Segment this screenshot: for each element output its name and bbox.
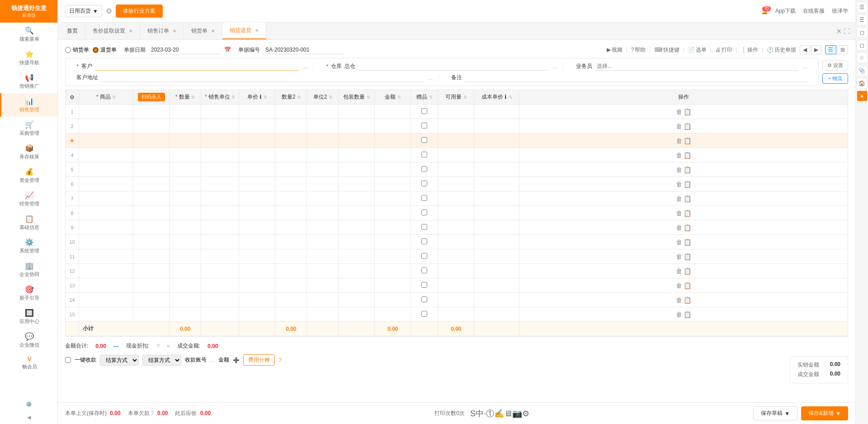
rs-btn-4[interactable]: ◻ <box>857 40 868 51</box>
unit-price-cell-4[interactable] <box>239 148 275 162</box>
pkg-qty-cell-5[interactable] <box>339 162 375 177</box>
copy-row-btn-9[interactable]: 📋 <box>684 224 691 231</box>
online-service-link[interactable]: 在线客服 <box>803 7 825 15</box>
delete-row-btn-7[interactable]: 🗑 <box>676 195 682 202</box>
unit-price-cell-15[interactable] <box>239 307 275 322</box>
qty2-cell-4[interactable] <box>275 148 307 162</box>
copy-row-btn-3[interactable]: 📋 <box>684 137 691 144</box>
sales-unit-cell-14[interactable] <box>201 293 239 307</box>
rs-btn-3[interactable]: ◻ <box>857 27 868 38</box>
delete-row-btn-9[interactable]: 🗑 <box>676 224 682 231</box>
qty2-cell-5[interactable] <box>275 162 307 177</box>
gift-checkbox-5[interactable] <box>421 166 427 172</box>
amount-cell-6[interactable] <box>375 177 411 191</box>
history-link[interactable]: 🕐 历史单据 <box>767 46 796 54</box>
unit2-cell-8[interactable] <box>307 206 339 220</box>
sidebar-item-operation[interactable]: 📈 经营管理 <box>0 187 57 211</box>
product-cell-6[interactable] <box>79 177 133 191</box>
delete-row-btn-10[interactable]: 🗑 <box>676 238 682 246</box>
save-draft-btn[interactable]: 保存草稿 ▼ <box>753 406 797 420</box>
product-cell-4[interactable] <box>79 148 133 162</box>
delete-row-btn-12[interactable]: 🗑 <box>676 267 682 275</box>
account-dots[interactable]: ... <box>210 357 215 363</box>
gift-cell-15[interactable] <box>411 307 438 322</box>
qty-cell-11[interactable] <box>170 249 201 264</box>
help-link[interactable]: ? 帮助 <box>631 46 646 54</box>
unit-price-cell-6[interactable] <box>239 177 275 191</box>
unit2-cell-1[interactable] <box>307 105 339 119</box>
sales-unit-cell-1[interactable] <box>201 105 239 119</box>
available-cell-9[interactable] <box>438 220 474 235</box>
save-new-btn[interactable]: 保存&新增 ▼ <box>801 406 848 420</box>
product-cell-2[interactable] <box>79 119 133 133</box>
tab-sales-return[interactable]: 销货退货 ✕ <box>222 23 266 39</box>
cost-price-cell-14[interactable] <box>474 293 519 307</box>
unit-price-cell-13[interactable] <box>239 278 275 293</box>
sales-unit-cell-12[interactable] <box>201 264 239 278</box>
gift-cell-2[interactable] <box>411 119 438 133</box>
cost-price-cell-6[interactable] <box>474 177 519 191</box>
cost-price-cell-3[interactable] <box>474 133 519 148</box>
product-cell-5[interactable] <box>79 162 133 177</box>
gift-checkbox-13[interactable] <box>421 282 427 288</box>
unit2-cell-10[interactable] <box>307 235 339 249</box>
available-cell-2[interactable] <box>438 119 474 133</box>
cost-price-cell-13[interactable] <box>474 278 519 293</box>
sidebar-item-finance[interactable]: 💰 资金管理 <box>0 164 57 187</box>
warehouse-input[interactable] <box>358 62 548 71</box>
delete-row-btn-11[interactable]: 🗑 <box>676 253 682 260</box>
unit2-cell-13[interactable] <box>307 278 339 293</box>
sidebar-item-apps[interactable]: 🔲 应用中心 <box>0 305 57 329</box>
amount-cell-11[interactable] <box>375 249 411 264</box>
qty-cell-3[interactable] <box>170 133 201 148</box>
unit-price-cell-1[interactable] <box>239 105 275 119</box>
amount-cell-8[interactable] <box>375 206 411 220</box>
tab-sales-delivery[interactable]: 销货单 ✕ <box>184 23 222 39</box>
unit2-cell-9[interactable] <box>307 220 339 235</box>
qty-cell-8[interactable] <box>170 206 201 220</box>
pkg-qty-cell-13[interactable] <box>339 278 375 293</box>
available-cell-3[interactable] <box>438 133 474 148</box>
amount-cell-5[interactable] <box>375 162 411 177</box>
delete-row-btn-1[interactable]: 🗑 <box>676 108 682 115</box>
sidebar-item-wechat[interactable]: 💬 企业微信 <box>0 329 57 352</box>
delete-row-btn-4[interactable]: 🗑 <box>676 152 682 159</box>
rs-btn-8[interactable]: ● <box>857 91 868 101</box>
radio-return[interactable]: 退货单 <box>93 46 117 54</box>
pkg-qty-cell-14[interactable] <box>339 293 375 307</box>
unit-price-cell-8[interactable] <box>239 206 275 220</box>
qty2-cell-9[interactable] <box>275 220 307 235</box>
product-input[interactable] <box>82 138 130 144</box>
delete-row-btn-15[interactable]: 🗑 <box>676 311 682 318</box>
sales-unit-cell-7[interactable] <box>201 191 239 206</box>
qty-cell-6[interactable] <box>170 177 201 191</box>
gift-cell-14[interactable] <box>411 293 438 307</box>
gift-checkbox-4[interactable] <box>421 152 427 157</box>
qty2-cell-10[interactable] <box>275 235 307 249</box>
qty-cell-15[interactable] <box>170 307 201 322</box>
amount-cell-9[interactable] <box>375 220 411 235</box>
sales-unit-cell-4[interactable] <box>201 148 239 162</box>
qty2-cell-11[interactable] <box>275 249 307 264</box>
product-cell-13[interactable] <box>79 278 133 293</box>
copy-row-btn-14[interactable]: 📋 <box>684 296 691 304</box>
available-cell-1[interactable] <box>438 105 474 119</box>
cost-price-cell-7[interactable] <box>474 191 519 206</box>
copy-row-btn-6[interactable]: 📋 <box>684 181 691 188</box>
tab-salesorder-close[interactable]: ✕ <box>173 29 176 33</box>
rs-btn-5[interactable]: ☆ <box>857 52 868 63</box>
gift-checkbox-7[interactable] <box>421 195 427 201</box>
qty-cell-9[interactable] <box>170 220 201 235</box>
select-link[interactable]: 📄 选单 <box>688 46 707 54</box>
rs-btn-2[interactable]: ☰ <box>857 14 868 25</box>
gear-settings-btn[interactable]: ⚙ 设置 <box>822 60 848 71</box>
gift-checkbox-6[interactable] <box>421 181 427 186</box>
list-view-btn[interactable]: ☰ <box>825 45 836 54</box>
copy-row-btn-4[interactable]: 📋 <box>684 152 691 159</box>
sidebar-item-base[interactable]: 📋 基础信息 <box>0 211 57 234</box>
qty2-cell-14[interactable] <box>275 293 307 307</box>
product-cell-10[interactable] <box>79 235 133 249</box>
cost-price-cell-12[interactable] <box>474 264 519 278</box>
available-cell-5[interactable] <box>438 162 474 177</box>
delete-row-btn-13[interactable]: 🗑 <box>676 282 682 289</box>
